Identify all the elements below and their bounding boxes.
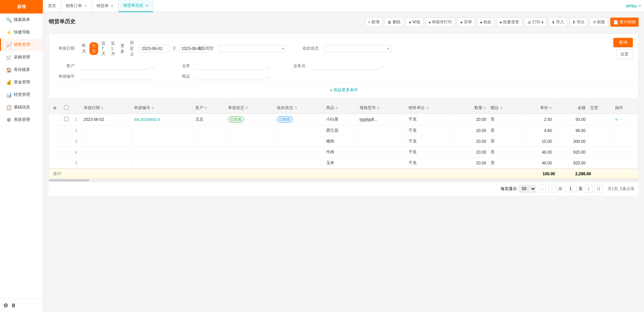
doc-type-select[interactable]: ▾ [219, 45, 286, 52]
doc-no-input[interactable] [80, 73, 154, 80]
row-action[interactable] [613, 136, 638, 147]
sidebar-item-inventory[interactable]: 🏠 库存核算 [0, 63, 43, 76]
th-price[interactable]: 单价 ⇅ [521, 102, 554, 114]
sidebar-item-finance[interactable]: 💰 资金管理 [0, 76, 43, 88]
salesperson-ellipsis[interactable]: ... [382, 64, 385, 69]
abandon-button[interactable]: ● 弃审 [457, 18, 475, 27]
row-checkbox-cell[interactable] [61, 147, 71, 158]
row-checkbox-cell[interactable] [61, 114, 71, 125]
date-shortcut-more[interactable]: 更多 [118, 42, 127, 55]
sidebar-item-system[interactable]: ⚙ 系统管理 [0, 113, 43, 126]
more-action[interactable]: ⋯ [619, 118, 623, 122]
row-amount: 920.00 [554, 147, 588, 158]
sidebar-item-purchase-mgmt[interactable]: 🛒 采购管理 [0, 51, 43, 63]
prev-page-button[interactable]: ⟨ [548, 185, 556, 193]
goods-ellipsis[interactable]: ... [266, 74, 270, 79]
th-payment-status[interactable]: 收款状态 ⇅ [275, 102, 324, 114]
date-shortcut-today[interactable]: 今天 [89, 42, 98, 55]
query-button[interactable]: 查询 [613, 38, 633, 47]
refresh-button[interactable]: ↺ 刷新 [590, 18, 608, 27]
settings-button[interactable]: 设置 [616, 49, 633, 59]
export-button[interactable]: ⬆ 导出 [569, 18, 588, 27]
tab-sales-order-close[interactable]: ✕ [84, 4, 87, 8]
date-shortcut-yesterday[interactable]: 昨天 [80, 42, 88, 55]
delete-button[interactable]: 🗑 删除 [385, 18, 404, 27]
tab-sales-delivery-history[interactable]: 销货单历史 ✕ [118, 0, 153, 12]
row-checkbox-cell[interactable] [61, 125, 71, 136]
salesperson-input[interactable] [311, 62, 380, 70]
th-doc-status[interactable]: 单据状态 ⇅ [226, 102, 275, 114]
sidebar-item-search[interactable]: 🔍 搜索菜单 [0, 14, 43, 26]
th-qty[interactable]: 数量 ⇅ [455, 102, 488, 114]
sidebar-item-basic-info[interactable]: 📋 基础信息 [0, 101, 43, 113]
row-doc-no[interactable] [132, 158, 193, 168]
row-doc-date [81, 158, 132, 168]
add-button[interactable]: + 新增 [365, 18, 383, 27]
tab-sales-delivery-history-close[interactable]: ✕ [145, 4, 148, 7]
th-spec[interactable]: 规格型号 ⇅ [357, 102, 407, 114]
edit-action[interactable]: ✎ [615, 118, 618, 122]
sidebar-item-operations[interactable]: 📊 经营管理 [0, 88, 43, 101]
show-details-button[interactable]: 📄 显示明细 [610, 18, 639, 27]
sidebar-settings-icon[interactable]: ⚙ [3, 302, 8, 309]
warehouse-ellipsis[interactable]: ... [266, 64, 270, 69]
row-checkbox-cell[interactable] [61, 136, 71, 147]
doc-no-link[interactable]: SA-20230602-0 [134, 118, 160, 122]
batch-change-button[interactable]: ● 批量变更 [497, 18, 522, 27]
first-page-button[interactable]: ⟨⟨ [538, 185, 546, 193]
page-size-select[interactable]: 50 100 [519, 185, 536, 192]
row-doc-no[interactable]: SA-20230602-0 [132, 114, 193, 125]
th-doc-no[interactable]: 单据编号 ⇅ [132, 102, 193, 114]
select-all-checkbox[interactable] [64, 105, 68, 110]
refresh-label: 刷新 [597, 19, 605, 25]
payment-status-select[interactable]: ▾ [324, 45, 392, 52]
row-action[interactable]: ✎⋯ [613, 114, 638, 125]
row-checkbox[interactable] [64, 117, 68, 121]
th-checkbox[interactable] [61, 102, 71, 114]
next-page-button[interactable]: ⟩ [585, 185, 593, 193]
th-gift[interactable]: 赠品 ⇅ [488, 102, 521, 114]
collect-button[interactable]: ● 收款 [477, 18, 495, 27]
horizontal-scrollbar[interactable] [49, 179, 638, 181]
collapse-button[interactable]: ∧ 收起更多条件 [330, 86, 358, 94]
customer-input[interactable] [80, 62, 149, 70]
import-button[interactable]: ⬇ 导入 [549, 18, 567, 27]
row-action[interactable] [613, 158, 638, 168]
page-input[interactable] [564, 185, 577, 192]
th-unit[interactable]: 销售单位 ⇅ [407, 102, 456, 114]
row-doc-no[interactable] [132, 136, 193, 147]
sidebar-item-quick-nav[interactable]: ⚡ 快捷导航 [0, 26, 43, 38]
row-action[interactable] [613, 125, 638, 136]
table-row: 5 玉米 千克 20.00 否 46.00 920.00 [49, 158, 638, 168]
last-page-button[interactable]: ⟩⟩ [595, 185, 603, 193]
warehouse-input[interactable] [195, 62, 265, 70]
date-shortcut-1month[interactable]: 近1月 [109, 40, 117, 57]
th-doc-date[interactable]: 单据日期 ⇅ [81, 102, 132, 114]
date-from-input[interactable] [139, 45, 170, 52]
tab-sales-delivery[interactable]: 销货单 ✕ [92, 0, 118, 12]
date-shortcut-7days[interactable]: 近7天 [100, 40, 108, 57]
scrollbar-thumb[interactable] [49, 179, 89, 181]
page-title: 销货单历史 [49, 18, 76, 25]
date-shortcut-custom[interactable]: 自定义 [128, 39, 136, 58]
row-goods: 西兰花 [324, 125, 358, 136]
row-doc-no[interactable] [132, 147, 193, 158]
row-action[interactable] [613, 147, 638, 158]
sidebar-collapse-icon[interactable]: ⏸ [11, 303, 16, 309]
customer-ellipsis[interactable]: ... [151, 64, 154, 69]
topbar-close[interactable]: ✕ [638, 4, 641, 8]
sidebar-item-sales-mgmt[interactable]: 📈 销售管理 [0, 38, 43, 51]
audit-print-button[interactable]: ● 审核并打印 [425, 18, 455, 27]
tab-sales-delivery-close[interactable]: ✕ [111, 4, 113, 8]
row-doc-no[interactable] [132, 125, 193, 136]
tab-sales-order[interactable]: 销售订单 ✕ [61, 0, 92, 12]
th-settings[interactable]: ⚙ [49, 102, 61, 114]
row-checkbox-cell[interactable] [61, 158, 71, 168]
tab-home[interactable]: 首页 [43, 0, 61, 12]
row-payment-status [275, 136, 324, 147]
audit-button[interactable]: ● 审核 [406, 18, 423, 27]
th-goods[interactable]: 商品 ⇅ [324, 102, 358, 114]
goods-input[interactable] [195, 73, 265, 80]
print-button[interactable]: 🖨 打印 ▾ [524, 18, 547, 27]
th-customer[interactable]: 客户 ⇅ [193, 102, 226, 114]
